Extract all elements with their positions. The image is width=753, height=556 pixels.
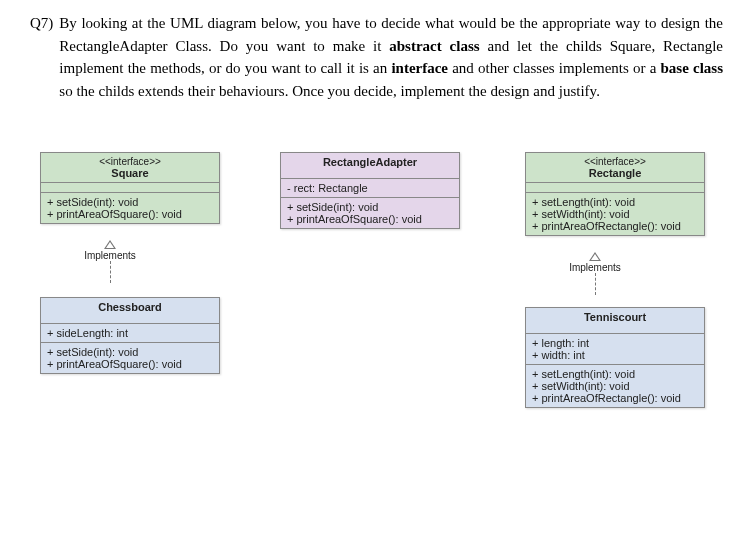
method-section: + setSide(int): void + printAreaOfSquare…: [41, 193, 219, 223]
uml-class-rectangle: <<interface>> Rectangle + setLength(int)…: [525, 152, 705, 236]
method: + printAreaOfSquare(): void: [287, 213, 453, 225]
method: + printAreaOfSquare(): void: [47, 358, 213, 370]
uml-class-square: <<interface>> Square + setSide(int): voi…: [40, 152, 220, 224]
q-bold-2: interface: [391, 60, 448, 76]
q-bold-3: base class: [661, 60, 724, 76]
attr-section: - rect: Rectangle: [281, 179, 459, 198]
question-label: Q7): [30, 12, 53, 102]
method: + printAreaOfRectangle(): void: [532, 392, 698, 404]
implements-relation-left: Implements: [75, 240, 145, 283]
attribute: + sideLength: int: [47, 327, 213, 339]
implements-label: Implements: [560, 262, 630, 273]
method: + setWidth(int): void: [532, 380, 698, 392]
method: + setSide(int): void: [287, 201, 453, 213]
attribute: + width: int: [532, 349, 698, 361]
method-section: + setSide(int): void + printAreaOfSquare…: [41, 343, 219, 373]
method: + printAreaOfRectangle(): void: [532, 220, 698, 232]
method-section: + setLength(int): void + setWidth(int): …: [526, 365, 704, 407]
method: + printAreaOfSquare(): void: [47, 208, 213, 220]
uml-diagram: <<interface>> Square + setSide(int): voi…: [30, 152, 723, 512]
implements-relation-right: Implements: [560, 252, 630, 295]
stereotype-label: <<interface>>: [47, 156, 213, 167]
attribute: + length: int: [532, 337, 698, 349]
attr-section: [526, 183, 704, 193]
method: + setWidth(int): void: [532, 208, 698, 220]
class-name: Tenniscourt: [532, 311, 698, 323]
attr-section: + sideLength: int: [41, 324, 219, 343]
method: + setSide(int): void: [47, 346, 213, 358]
class-name: Chessboard: [47, 301, 213, 313]
dashed-line-icon: [110, 261, 111, 283]
method: + setLength(int): void: [532, 368, 698, 380]
method: + setLength(int): void: [532, 196, 698, 208]
stereotype-label: <<interface>>: [532, 156, 698, 167]
dashed-line-icon: [595, 273, 596, 295]
question-block: Q7) By looking at the UML diagram below,…: [30, 12, 723, 102]
uml-class-rectangleadapter: RectangleAdapter - rect: Rectangle + set…: [280, 152, 460, 229]
class-name: Square: [47, 167, 213, 179]
q-text-4: so the childs extends their behaviours. …: [59, 83, 600, 99]
implements-label: Implements: [75, 250, 145, 261]
method-section: + setLength(int): void + setWidth(int): …: [526, 193, 704, 235]
q-bold-1: abstract class: [389, 38, 479, 54]
uml-class-chessboard: Chessboard + sideLength: int + setSide(i…: [40, 297, 220, 374]
q-text-3: and other classes implements or a: [448, 60, 660, 76]
method: + setSide(int): void: [47, 196, 213, 208]
arrowhead-icon: [589, 252, 601, 261]
uml-class-tenniscourt: Tenniscourt + length: int + width: int +…: [525, 307, 705, 408]
attr-section: [41, 183, 219, 193]
method-section: + setSide(int): void + printAreaOfSquare…: [281, 198, 459, 228]
attribute: - rect: Rectangle: [287, 182, 453, 194]
class-name: RectangleAdapter: [287, 156, 453, 168]
arrowhead-icon: [104, 240, 116, 249]
attr-section: + length: int + width: int: [526, 334, 704, 365]
question-text: By looking at the UML diagram below, you…: [59, 12, 723, 102]
class-name: Rectangle: [532, 167, 698, 179]
